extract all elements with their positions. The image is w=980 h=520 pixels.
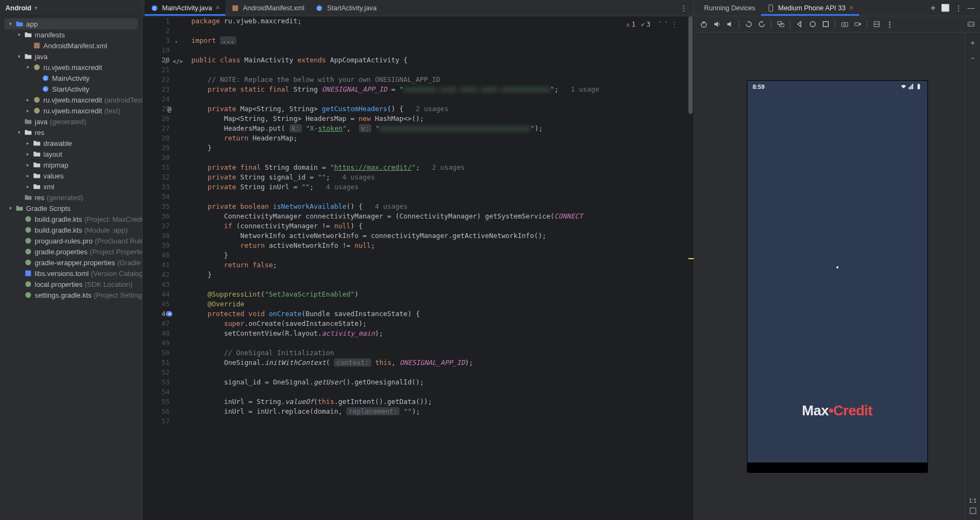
insp-more-icon[interactable]: ⋮ [671,20,678,29]
tree-item[interactable]: ▸values [0,170,142,181]
add-device-icon[interactable]: + [931,3,936,13]
fold-icon[interactable]: ▸ [175,37,178,47]
editor-scrollbar[interactable] [687,16,694,520]
rotate-right-button[interactable] [756,18,768,30]
code-line[interactable]: } [191,143,694,153]
code-line[interactable]: HeadersMap.put( k: "X-stoken", v: "xxxxx… [191,124,694,133]
code-line[interactable]: } [191,251,694,260]
tab-running-devices[interactable]: Running Devices [699,0,761,16]
code-line[interactable]: OneSignal.initWithContext( context: this… [191,358,694,368]
code-line[interactable]: // OneSignal Initialization [191,348,694,358]
tree-item[interactable]: ▸ru.vjweb.maxcredit(test) [0,105,142,116]
close-icon[interactable]: ✕ [849,4,854,11]
chevron-down-icon[interactable]: ▾ [16,32,22,37]
code-line[interactable]: package ru.vjweb.maxcredit; [191,16,694,26]
editor-tab[interactable]: MainActivity.java✕ [145,0,225,16]
code-line[interactable]: setContentView(R.layout.activity_main); [191,329,694,338]
code-line[interactable]: return false; [191,260,694,270]
code-line[interactable]: private String signal_id = ""; 4 usages [191,172,694,182]
nav-overview-button[interactable] [820,18,831,30]
tree-item[interactable]: ▸xml [0,181,142,192]
chevron-down-icon[interactable]: ▾ [16,54,22,59]
editor-tab[interactable]: StartActivity.java [310,0,382,16]
record-button[interactable] [852,18,863,30]
code-line[interactable]: @Override [191,299,694,309]
chevron-right-icon[interactable]: ▸ [25,140,30,146]
code-line[interactable]: ConnectivityManager connectivityManager … [191,211,694,221]
code-line[interactable]: } [191,270,694,280]
code-line[interactable]: private Map<String, String> getCustomHea… [191,104,694,114]
code-line[interactable]: return HeadersMap; [191,133,694,143]
tree-item[interactable]: libs.versions.toml(Version Catalog) [0,268,142,279]
code-line[interactable]: inUrl = String.valueOf(this.getIntent().… [191,397,694,407]
chevron-right-icon[interactable]: ▸ [25,151,30,157]
code-line[interactable]: if (connectivityManager != null) { [191,221,694,231]
power-button[interactable] [698,18,710,30]
tree-item[interactable]: settings.gradle.kts(Project Settings) [0,290,142,300]
tab-device[interactable]: Medium Phone API 33 ✕ [761,0,859,16]
tree-item[interactable]: build.gradle.kts(Module :app) [0,224,142,235]
project-view-selector[interactable]: Android ▾ [0,0,142,16]
code-line[interactable]: protected void onCreate(Bundle savedInst… [191,309,694,319]
tree-item[interactable]: ▾app [4,18,138,29]
tree-item[interactable]: AndroidManifest.xml [0,40,142,51]
tree-item[interactable]: ▸drawable [0,138,142,149]
inspections-widget[interactable]: ⚠1 ✔3 ˄ ˅ ⋮ [624,18,680,30]
chevron-down-icon[interactable]: ▾ [16,130,22,135]
tree-item[interactable]: local.properties(SDK Location) [0,279,142,290]
toolbar-more-button[interactable]: ⋮ [884,18,895,30]
tree-item[interactable]: gradle.properties(Project Properties) [0,246,142,257]
minimize-icon[interactable]: — [968,4,975,12]
chevron-right-icon[interactable]: ▸ [25,108,30,113]
insp-up-icon[interactable]: ˄ [658,20,661,29]
chevron-right-icon[interactable]: ▸ [25,162,30,168]
code-line[interactable]: public class MainActivity extends AppCom… [191,55,694,65]
rotate-left-button[interactable] [743,18,755,30]
code-line[interactable]: private boolean isNetworkAvailable() { 4… [191,202,694,211]
tree-item[interactable]: ▸ru.vjweb.maxcredit(androidTest) [0,94,142,105]
device-settings-button[interactable] [965,18,977,30]
tree-item[interactable]: ▾manifests [0,29,142,40]
chevron-right-icon[interactable]: ▸ [25,173,30,178]
tree-item[interactable]: res(generated) [0,192,142,203]
tree-item[interactable]: ▾res [0,127,142,138]
displays-button[interactable] [775,18,786,30]
insp-down-icon[interactable]: ˅ [665,20,668,29]
chevron-right-icon[interactable]: ▸ [25,184,30,189]
expand-icon[interactable]: ⬜ [941,4,950,12]
phone-frame[interactable]: 8:59 Max•Credit [747,81,927,472]
zoom-in-button[interactable]: ＋ [967,37,979,49]
code-line[interactable]: // NOTE: Replace the below with your own… [191,75,694,85]
tree-item[interactable]: proguard-rules.pro(ProGuard Rules for ":… [0,235,142,246]
volume-up-button[interactable] [711,18,723,30]
tree-item[interactable]: StartActivity [0,84,142,94]
tree-item[interactable]: java(generated) [0,116,142,127]
code-line[interactable]: signal_id = OneSignal.getUser().getOnesi… [191,377,694,387]
tree-item[interactable]: ▾java [0,51,142,62]
chevron-down-icon[interactable]: ▾ [8,21,13,27]
code-line[interactable]: Map<String, String> HeadersMap = new Has… [191,114,694,124]
panel-more-icon[interactable]: ⋮ [955,4,962,12]
tree-item[interactable]: build.gradle.kts(Project: MaxCredit) [0,214,142,224]
code-line[interactable]: private static final String ONESIGNAL_AP… [191,85,694,94]
code-line[interactable]: super.onCreate(savedInstanceState); [191,319,694,329]
chevron-right-icon[interactable]: ▸ [25,97,30,102]
chevron-down-icon[interactable]: ▾ [25,65,30,70]
tree-item[interactable]: MainActivity [0,73,142,84]
tree-item[interactable]: ▾ru.vjweb.maxcredit [0,62,142,73]
nav-home-button[interactable] [807,18,818,30]
code-line[interactable]: NetworkInfo activeNetworkInfo = connecti… [191,231,694,241]
close-icon[interactable]: ✕ [215,4,220,11]
screenshot-button[interactable] [839,18,850,30]
zoom-fit-button[interactable] [967,505,979,517]
code-line[interactable]: inUrl = inUrl.replace(domain, replacemen… [191,407,694,416]
code-line[interactable]: @SuppressLint("SetJavaScriptEnabled") [191,290,694,299]
tree-item[interactable]: ▸mipmap [0,159,142,170]
tree-item[interactable]: ▾Gradle Scripts [0,203,142,214]
zoom-out-button[interactable]: － [967,52,979,64]
toolbar-ext-button[interactable] [871,18,882,30]
code-editor[interactable]: ⚠1 ✔3 ˄ ˅ ⋮ 1package ru.vjweb.maxcredit;… [143,16,694,520]
code-line[interactable]: private final String domain = "https://m… [191,163,694,172]
tree-item[interactable]: gradle-wrapper.properties(Gradle Version… [0,257,142,268]
tabs-more[interactable]: ⋮ [680,0,694,16]
